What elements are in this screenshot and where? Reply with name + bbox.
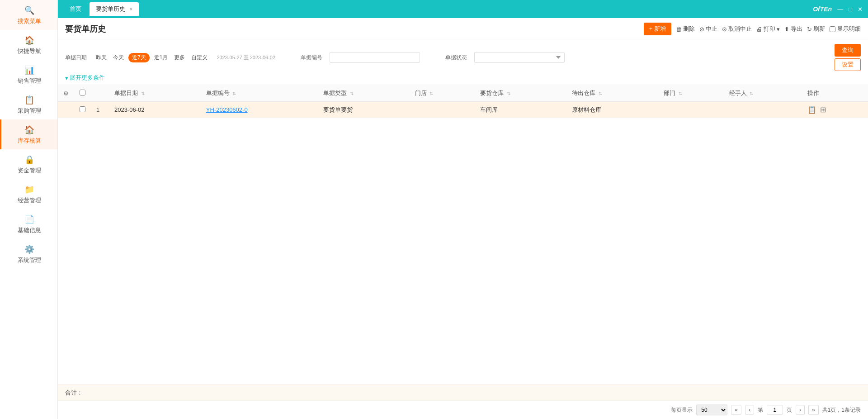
prev-page-btn[interactable]: ‹ — [745, 405, 754, 415]
sidebar-item-basic-info[interactable]: 📄 基础信息 — [0, 209, 57, 239]
inventory-icon: 🏠 — [24, 125, 34, 135]
sort-billtype-icon: ⇅ — [350, 91, 354, 96]
expand-filter-button[interactable]: ▾ 展开更多条件 — [65, 74, 105, 82]
page-title: 要货单历史 — [65, 24, 106, 34]
filter-area: 单据日期 昨天 今天 近7天 近1月 更多 自定义 2023-05-27 至 2… — [58, 39, 868, 85]
cell-req-warehouse: 车间库 — [475, 102, 566, 118]
cancel-stop-button[interactable]: ⊙ 取消中止 — [722, 25, 752, 33]
date-range-display: 2023-05-27 至 2023-06-02 — [217, 54, 275, 61]
delete-button[interactable]: 🗑 删除 — [676, 25, 695, 33]
close-btn[interactable]: ✕ — [858, 6, 863, 13]
date-opt-custom[interactable]: 自定义 — [189, 53, 209, 62]
first-page-btn[interactable]: « — [731, 405, 741, 415]
export-button[interactable]: ⬆ 导出 — [784, 25, 802, 33]
date-opt-yesterday[interactable]: 昨天 — [94, 53, 108, 62]
sidebar-item-purchase-mgmt[interactable]: 📋 采购管理 — [0, 90, 57, 119]
summary-label: 合计： — [65, 389, 83, 396]
col-bill-type[interactable]: 单据类型 ⇅ — [318, 85, 410, 102]
table-header-row: ⚙ 单据日期 ⇅ 单据编号 ⇅ — [58, 85, 868, 102]
tab-home[interactable]: 首页 — [63, 2, 88, 16]
topbar: 首页 要货单历史 × OfTEn — □ ✕ — [58, 0, 868, 18]
refresh-icon: ↻ — [807, 26, 812, 33]
basic-icon: 📄 — [24, 214, 34, 224]
chevron-down-icon: ▾ — [65, 75, 68, 81]
status-select[interactable] — [474, 52, 565, 63]
content-area: 要货单历史 + 新增 🗑 删除 ⊘ 中止 ⊙ 取消中止 — [58, 18, 868, 419]
pagination-bar: 每页显示 50 10 20 100 « ‹ 第 页 › » 共1页，1条记录 — [58, 400, 868, 419]
sys-icon: ⚙️ — [24, 244, 34, 254]
data-table: ⚙ 单据日期 ⇅ 单据编号 ⇅ — [58, 85, 868, 118]
col-dest-warehouse[interactable]: 待出仓库 ⇅ — [566, 85, 658, 102]
bill-no-link[interactable]: YH-20230602-0 — [206, 106, 248, 113]
col-gear[interactable]: ⚙ — [58, 85, 74, 102]
sidebar-item-sys-mgmt[interactable]: ⚙️ 系统管理 — [0, 239, 57, 269]
status-label: 单据状态 — [445, 54, 467, 62]
total-info: 共1页，1条记录 — [822, 406, 861, 414]
sidebar-item-finance-mgmt[interactable]: 🔒 资金管理 — [0, 149, 57, 179]
page-prefix-label: 第 — [758, 406, 763, 414]
table-row: 1 2023-06-02 YH-20230602-0 要货单要货 车间库 原材料… — [58, 102, 868, 118]
page-panel: 要货单历史 + 新增 🗑 删除 ⊘ 中止 ⊙ 取消中止 — [58, 18, 868, 419]
bill-no-input[interactable] — [330, 52, 420, 63]
col-num — [91, 85, 109, 102]
sort-billno-icon: ⇅ — [232, 91, 236, 96]
date-opt-1month[interactable]: 近1月 — [152, 53, 170, 62]
date-opt-7days[interactable]: 近7天 — [128, 53, 150, 62]
col-bill-no[interactable]: 单据编号 ⇅ — [201, 85, 318, 102]
print-dropdown-icon: ▾ — [777, 26, 780, 33]
show-detail-checkbox[interactable] — [830, 26, 835, 32]
tab-history[interactable]: 要货单历史 × — [90, 2, 139, 16]
sidebar-item-ops-mgmt[interactable]: 📁 经营管理 — [0, 179, 57, 209]
col-handler[interactable]: 经手人 ⇅ — [724, 85, 802, 102]
col-req-warehouse[interactable]: 要货仓库 ⇅ — [475, 85, 566, 102]
show-detail-checkbox-label[interactable]: 显示明细 — [830, 25, 861, 33]
col-store[interactable]: 门店 ⇅ — [410, 85, 475, 102]
finance-icon: 🔒 — [24, 155, 34, 165]
action-icons: 📋 ⊞ — [807, 105, 863, 114]
tab-close-icon[interactable]: × — [130, 6, 132, 12]
sidebar-item-search-menu[interactable]: 🔍 搜索菜单 — [0, 0, 57, 30]
settings-button[interactable]: 设置 — [835, 58, 861, 71]
query-button[interactable]: 查询 — [835, 44, 861, 57]
sidebar-item-label: 经营管理 — [18, 196, 41, 205]
last-page-btn[interactable]: » — [808, 405, 819, 415]
maximize-btn[interactable]: □ — [849, 6, 852, 13]
print-button[interactable]: 🖨 打印 ▾ — [756, 25, 780, 33]
stop-icon: ⊘ — [699, 26, 704, 33]
sidebar-item-label: 采购管理 — [18, 107, 41, 115]
stop-button[interactable]: ⊘ 中止 — [699, 25, 717, 33]
cell-action: 📋 ⊞ — [802, 102, 868, 118]
filter-row-1: 单据日期 昨天 今天 近7天 近1月 更多 自定义 2023-05-27 至 2… — [65, 44, 861, 71]
sidebar-item-sales-mgmt[interactable]: 📊 销售管理 — [0, 60, 57, 90]
search-menu-icon: 🔍 — [24, 5, 34, 15]
date-opt-more[interactable]: 更多 — [172, 53, 187, 62]
new-button[interactable]: + 新增 — [644, 23, 671, 35]
cell-date: 2023-06-02 — [109, 102, 201, 118]
minimize-btn[interactable]: — — [837, 6, 843, 13]
sort-dept-icon: ⇅ — [679, 91, 682, 96]
cell-check[interactable] — [74, 102, 91, 118]
delete-action-icon[interactable]: ⊞ — [820, 105, 826, 114]
page-input[interactable] — [767, 405, 783, 415]
refresh-button[interactable]: ↻ 刷新 — [807, 25, 825, 33]
date-opt-today[interactable]: 今天 — [111, 53, 126, 62]
date-label: 单据日期 — [65, 54, 87, 62]
sidebar-item-quick-nav[interactable]: 🏠 快捷导航 — [0, 30, 57, 60]
branding-label: OfTEn — [813, 5, 832, 13]
row-checkbox[interactable] — [80, 106, 85, 112]
cell-bill-no: YH-20230602-0 — [201, 102, 318, 118]
edit-action-icon[interactable]: 📋 — [807, 105, 816, 114]
select-all-checkbox[interactable] — [80, 90, 85, 95]
per-page-select[interactable]: 50 10 20 100 — [696, 405, 727, 415]
cell-store — [410, 102, 475, 118]
tab-label: 要货单历史 — [96, 5, 125, 12]
sidebar-item-inventory-calc[interactable]: 🏠 库存核算 — [0, 119, 57, 149]
col-check[interactable] — [74, 85, 91, 102]
sidebar: 🔍 搜索菜单 🏠 快捷导航 📊 销售管理 📋 采购管理 🏠 库存核算 🔒 资金管… — [0, 0, 58, 419]
next-page-btn[interactable]: › — [796, 405, 805, 415]
cell-bill-type: 要货单要货 — [318, 102, 410, 118]
per-page-label: 每页显示 — [671, 406, 693, 414]
page-suffix-label: 页 — [787, 406, 792, 414]
col-date[interactable]: 单据日期 ⇅ — [109, 85, 201, 102]
col-dept[interactable]: 部门 ⇅ — [658, 85, 724, 102]
